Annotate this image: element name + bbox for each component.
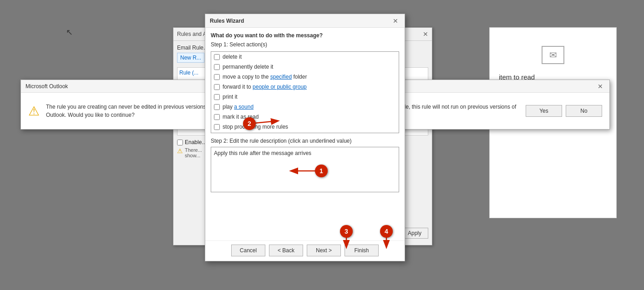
action-item-perm_delete[interactable]: permanently delete it <box>211 62 399 72</box>
action-item-print_it[interactable]: print it <box>211 92 399 102</box>
bg-rules-close[interactable]: ✕ <box>423 30 428 38</box>
finish-button[interactable]: Finish <box>345 245 379 256</box>
action-item-mark_read[interactable]: mark it as read <box>211 112 399 122</box>
checkbox-move_copy[interactable] <box>214 74 220 80</box>
annotation-2: 2 <box>243 117 256 130</box>
rule-description-text: Apply this rule after the message arrive… <box>214 150 311 156</box>
step2-label: Step 2: Edit the rule description (click… <box>211 138 399 144</box>
apply-button[interactable]: Apply <box>401 228 428 239</box>
step1-label: Step 1: Select action(s) <box>211 41 399 48</box>
annotation-3: 3 <box>340 225 353 238</box>
wizard-titlebar: Rules Wizard ✕ <box>205 14 405 28</box>
cancel-button[interactable]: Cancel <box>231 245 265 256</box>
checkbox-mark_read[interactable] <box>214 114 220 120</box>
rules-wizard-dialog: Rules Wizard ✕ What do you want to do wi… <box>205 14 405 261</box>
outlook-close-button[interactable]: ✕ <box>596 82 605 91</box>
cursor: ↖ <box>66 27 73 37</box>
outlook-buttons: Yes No <box>526 105 602 117</box>
wizard-question: What do you want to do with the message? <box>211 32 399 39</box>
action-item-forward_it[interactable]: forward it to people or public group <box>211 82 399 92</box>
outlook-yes-button[interactable]: Yes <box>526 105 562 117</box>
annotation-4: 4 <box>380 225 393 238</box>
outlook-title: Microsoft Outlook <box>25 83 68 90</box>
back-button[interactable]: < Back <box>269 245 303 256</box>
action-item-move_copy[interactable]: move a copy to the specified folder <box>211 72 399 82</box>
checkbox-delete_it[interactable] <box>214 54 220 60</box>
action-item-stop_processing[interactable]: stop processing more rules <box>211 122 399 132</box>
rule-description-box: Apply this rule after the message arrive… <box>211 147 399 192</box>
action-item-display_specific[interactable]: display a specific message in the New It… <box>211 132 399 133</box>
annotation-1: 1 <box>315 165 328 177</box>
checkbox-print_it[interactable] <box>214 94 220 100</box>
checkbox-stop_processing[interactable] <box>214 124 220 130</box>
enable-checkbox[interactable] <box>177 140 183 145</box>
new-rule-button[interactable]: New R... <box>177 53 204 63</box>
action-item-delete_it[interactable]: delete it <box>211 52 399 62</box>
wizard-close-button[interactable]: ✕ <box>391 16 400 25</box>
wizard-title: Rules Wizard <box>210 18 244 24</box>
action-item-play_sound[interactable]: play a sound <box>211 102 399 112</box>
wizard-body: What do you want to do with the message?… <box>205 28 405 240</box>
outlook-no-button[interactable]: No <box>566 105 602 117</box>
checkbox-forward_it[interactable] <box>214 84 220 90</box>
warning-icon: ⚠ <box>28 104 40 119</box>
wizard-footer: Cancel < Back Next > Finish <box>205 240 405 261</box>
checkbox-perm_delete[interactable] <box>214 64 220 70</box>
action-list[interactable]: delete itpermanently delete itmove a cop… <box>211 51 399 133</box>
checkbox-play_sound[interactable] <box>214 104 220 110</box>
next-button[interactable]: Next > <box>307 245 341 256</box>
